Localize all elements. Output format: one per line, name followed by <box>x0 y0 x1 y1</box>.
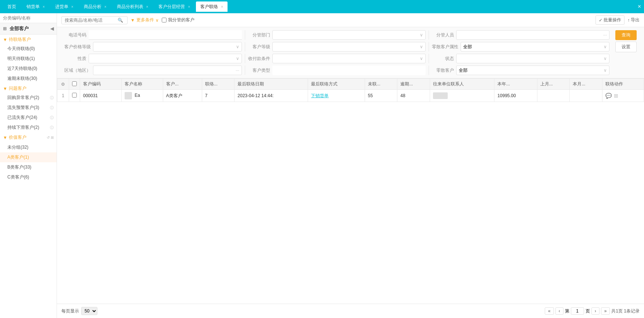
filter-search-input[interactable] <box>65 18 116 23</box>
sidebar-search-input[interactable] <box>3 15 57 21</box>
filter-search-container: 🔍 <box>61 16 128 24</box>
nav-tab-home-label: 首页 <box>7 4 16 10</box>
retail-attr-select[interactable]: 全部 ∨ <box>461 42 609 52</box>
sidebar-item-tomorrow[interactable]: 明天待联络(1) <box>0 54 57 64</box>
customer-type-input[interactable] <box>272 66 426 75</box>
row-this-month <box>570 90 602 102</box>
nav-tab-home[interactable]: 首页 <box>3 1 21 12</box>
sidebar-item-overdue[interactable]: 逾期未联络(30) <box>0 74 57 84</box>
my-customers-label: 我分管的客户 <box>168 17 194 23</box>
row-this-year: 10995.00 <box>494 90 537 102</box>
manager-input[interactable]: ··· <box>456 30 609 40</box>
retail-customer-label: 零散客户 <box>432 67 454 74</box>
nav-tab-customer-tier-close[interactable]: × <box>188 5 190 9</box>
payment-chevron: ∨ <box>420 56 423 61</box>
dept-select[interactable]: ∨ <box>272 30 426 40</box>
sidebar-item-today[interactable]: 今天待联络(0) <box>0 44 57 54</box>
nav-tab-purchase-close[interactable]: × <box>71 5 74 9</box>
all-customers-header[interactable]: ⊞ 全部客户 ◀ <box>0 23 57 35</box>
page-input[interactable] <box>571 307 584 315</box>
row-last-date: 2023-04-12 14:44: <box>235 90 308 102</box>
nav-tab-analysis-list-close[interactable]: × <box>146 5 149 9</box>
pending-group-title: 待联络客户 <box>9 36 31 43</box>
sidebar-collapse-icon[interactable]: ◀ <box>50 26 54 31</box>
filter-retail-attr: 零散客户属性 全部 ∨ <box>429 42 612 52</box>
payment-select[interactable]: ∨ <box>272 54 426 63</box>
my-customers-checkbox[interactable] <box>162 18 167 22</box>
first-page-btn[interactable]: « <box>545 307 554 315</box>
nav-tab-customer-contact[interactable]: 客户联络 × <box>196 1 228 12</box>
col-contact-label: 联络... <box>205 81 218 86</box>
retail-customer-chevron: ∨ <box>604 68 607 73</box>
nav-tab-analysis-close[interactable]: × <box>104 5 107 9</box>
row-checkbox[interactable] <box>72 93 77 98</box>
col-type-label: 客户... <box>166 81 179 86</box>
nav-tab-customer-contact-close[interactable]: × <box>221 5 223 9</box>
nav-tab-analysis[interactable]: 商品分析 × <box>79 1 111 12</box>
value-triangle: ▼ <box>3 135 7 140</box>
sidebar-item-declining[interactable]: 持续下滑客户(2) ⓘ <box>0 123 57 132</box>
region-dots: ··· <box>236 68 239 73</box>
my-customers-filter[interactable]: 我分管的客户 <box>162 17 194 23</box>
advanced-filter: 电话号码 分管部门 ∨ 分管人员 <box>57 27 644 78</box>
last-page-btn[interactable]: » <box>601 307 610 315</box>
nav-tab-sales[interactable]: 销货单 × <box>22 1 49 12</box>
filter-search-icon[interactable]: 🔍 <box>118 18 123 23</box>
class-b-label: B类客户(33) <box>7 164 54 170</box>
sidebar-item-class-b[interactable]: B类客户(33) <box>0 162 57 172</box>
nature-select[interactable]: ∨ <box>89 54 242 63</box>
nav-tab-sales-close[interactable]: × <box>43 5 45 9</box>
repurchase-info-icon: ⓘ <box>50 95 54 100</box>
qr-icon[interactable]: ⊞ <box>614 93 618 99</box>
sidebar-item-class-a[interactable]: A类客户(1) <box>0 152 57 162</box>
customer-level-chevron: ∨ <box>420 44 423 49</box>
row-type: A类客户 <box>163 90 202 102</box>
row-contacts-person <box>430 90 494 102</box>
add-icon[interactable]: ⊞ <box>51 135 54 139</box>
phone-input[interactable] <box>89 30 242 40</box>
sidebar-item-repurchase-abnormal[interactable]: 回购异常客户(2) ⓘ <box>0 93 57 103</box>
row-name: Ea <box>121 90 163 102</box>
price-level-select[interactable]: ∨ <box>93 42 242 52</box>
pending-group-label[interactable]: ▼ 待联络客户 <box>0 35 57 44</box>
settings-button[interactable]: 设置 <box>615 42 637 52</box>
col-type: 客户... <box>163 79 202 90</box>
retail-customer-select[interactable]: 全部 ∨ <box>456 66 609 75</box>
chat-icon[interactable]: 💬 <box>605 93 612 99</box>
region-input[interactable]: ··· <box>93 66 242 75</box>
status-select[interactable]: ∨ <box>456 54 609 63</box>
sidebar-item-7days[interactable]: 近7天待联络(0) <box>0 64 57 74</box>
problem-group-label[interactable]: ▼ 问题客户 <box>0 84 57 93</box>
last-method-link[interactable]: 下销货单 <box>311 93 329 98</box>
filter-more-btn[interactable]: ▼ 更多条件 ∨ <box>130 17 159 23</box>
row-last-method: 下销货单 <box>308 90 365 102</box>
table-row: 1 000031 Ea A类客户 7 2023-04-12 14:44: <box>57 90 644 102</box>
declining-label: 持续下滑客户(2) <box>7 124 50 131</box>
nav-tab-analysis-list-label: 商品分析列表 <box>117 4 143 10</box>
refresh-icon[interactable]: ↺ <box>47 135 50 139</box>
nav-tab-analysis-list[interactable]: 商品分析列表 × <box>112 1 153 12</box>
close-all-tabs[interactable]: × <box>638 3 641 10</box>
batch-ops-btn[interactable]: ✓ 批量操作 <box>595 15 625 25</box>
page-size-select[interactable]: 50 <box>81 307 97 315</box>
nav-tab-customer-tier-label: 客户分层经营 <box>158 4 185 10</box>
value-group-header[interactable]: ▼ 价值客户 ↺ ⊞ <box>0 132 57 142</box>
sidebar-search-container: 🔍 <box>0 13 57 23</box>
filter-payment: 收付款条件 ∨ <box>245 54 429 63</box>
prev-page-btn[interactable]: ‹ <box>555 307 564 315</box>
col-not-contacted: 未联... <box>365 79 397 90</box>
sidebar-item-churned[interactable]: 已流失客户(24) ⓘ <box>0 113 57 123</box>
batch-ops-icon: ✓ <box>599 18 602 23</box>
phone-label: 电话号码 <box>64 32 86 38</box>
sidebar-item-class-c[interactable]: C类客户(6) <box>0 172 57 182</box>
nav-tab-purchase[interactable]: 进货单 × <box>51 1 78 12</box>
next-page-btn[interactable]: › <box>591 307 600 315</box>
sidebar-item-churn-warning[interactable]: 流失预警客户(3) ⓘ <box>0 103 57 113</box>
export-btn[interactable]: ↑ 导出 <box>627 15 640 25</box>
query-button[interactable]: 查询 <box>615 30 637 40</box>
sidebar-item-unclassified[interactable]: 未分组(32) <box>0 142 57 152</box>
select-all-checkbox[interactable] <box>72 81 77 86</box>
nav-tab-customer-tier[interactable]: 客户分层经营 × <box>154 1 194 12</box>
table-settings-icon[interactable]: ⚙ <box>61 82 65 87</box>
customer-level-select[interactable]: ∨ <box>272 42 426 52</box>
